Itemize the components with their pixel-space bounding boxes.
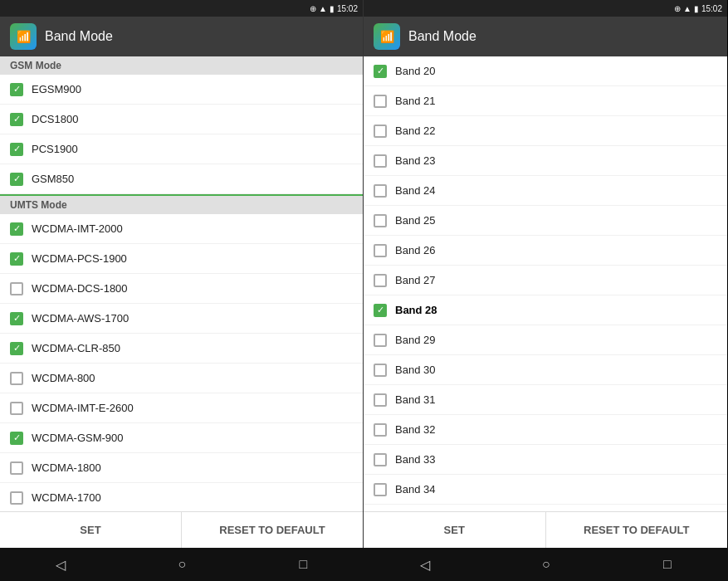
checkbox[interactable] xyxy=(374,423,387,437)
list-item[interactable]: Band 24 xyxy=(364,176,727,206)
checkbox[interactable] xyxy=(374,483,387,496)
checkbox[interactable] xyxy=(10,491,23,505)
list-item[interactable]: Band 22 xyxy=(364,116,727,146)
list-item[interactable]: Band 26 xyxy=(364,236,727,266)
item-label: WCDMA-PCS-1900 xyxy=(32,252,127,265)
checkbox[interactable] xyxy=(374,244,387,257)
checkbox[interactable] xyxy=(10,113,23,126)
checkbox[interactable] xyxy=(10,402,23,415)
checkbox[interactable] xyxy=(374,65,387,78)
wifi-icon: ▲ xyxy=(319,4,327,13)
checkbox[interactable] xyxy=(10,222,23,236)
list-item[interactable]: DCS1800 xyxy=(0,105,363,134)
checkbox[interactable] xyxy=(10,83,23,96)
checkbox[interactable] xyxy=(10,143,23,156)
list-item[interactable]: WCDMA-1800 xyxy=(0,453,363,483)
checkbox[interactable] xyxy=(10,173,23,186)
item-label: WCDMA-AWS-1700 xyxy=(32,312,129,325)
checkbox[interactable] xyxy=(374,304,387,317)
checkbox[interactable] xyxy=(10,372,23,385)
reset-button-right[interactable]: Reset to default xyxy=(546,512,728,548)
checkbox[interactable] xyxy=(374,124,387,138)
item-label: WCDMA-CLR-850 xyxy=(32,342,120,354)
list-item[interactable]: WCDMA-800 xyxy=(0,364,363,393)
checkbox[interactable] xyxy=(374,334,387,347)
item-label: WCDMA-IMT-2000 xyxy=(32,222,123,235)
status-bar-right: ⊕ ▲ ▮ 15:02 xyxy=(364,0,727,17)
checkbox[interactable] xyxy=(374,154,387,168)
set-button-left[interactable]: SET xyxy=(0,512,182,548)
title-bar-right: 📶 Band Mode xyxy=(364,17,727,56)
checkbox[interactable] xyxy=(10,432,23,445)
bottom-bar-left: SET Reset to default xyxy=(0,511,363,548)
back-button-right[interactable]: ◁ xyxy=(400,557,450,573)
section-header-1: UMTS Mode xyxy=(0,196,363,214)
list-item[interactable]: WCDMA-IMT-E-2600 xyxy=(0,393,363,423)
list-item[interactable]: PCS1900 xyxy=(0,134,363,164)
home-button-right[interactable]: ○ xyxy=(521,557,571,573)
list-item[interactable]: WCDMA-PCS-1900 xyxy=(0,244,363,274)
item-label: WCDMA-800 xyxy=(32,372,95,384)
checkbox[interactable] xyxy=(374,95,387,108)
recent-button-right[interactable]: □ xyxy=(642,557,692,573)
time-right: 15:02 xyxy=(701,4,722,13)
list-item[interactable]: Band 33 xyxy=(364,445,727,475)
list-item[interactable]: Band 32 xyxy=(364,415,727,445)
list-item[interactable]: Band 23 xyxy=(364,146,727,176)
list-item[interactable]: Band 35 xyxy=(364,505,727,511)
list-item[interactable]: Band 21 xyxy=(364,86,727,116)
list-item[interactable]: WCDMA-GSM-900 xyxy=(0,423,363,453)
item-label: Band 20 xyxy=(395,65,435,77)
title-bar-left: 📶 Band Mode xyxy=(0,17,363,56)
item-label: Band 28 xyxy=(395,304,437,316)
checkbox[interactable] xyxy=(10,282,23,295)
set-button-right[interactable]: SET xyxy=(364,512,546,548)
battery-icon: ▮ xyxy=(330,4,335,13)
item-label: Band 26 xyxy=(395,244,435,256)
status-icons-right: ⊕ ▲ ▮ 15:02 xyxy=(674,4,722,13)
back-button-left[interactable]: ◁ xyxy=(36,557,86,573)
item-label: WCDMA-1800 xyxy=(32,461,101,474)
list-item[interactable]: WCDMA-AWS-1700 xyxy=(0,304,363,334)
list-item[interactable]: Band 30 xyxy=(364,355,727,385)
list-item[interactable]: WCDMA-1700 xyxy=(0,483,363,511)
reset-button-left[interactable]: Reset to default xyxy=(182,512,363,548)
nav-bar: ◁ ○ □ ◁ ○ □ xyxy=(0,548,728,581)
list-item[interactable]: WCDMA-IMT-2000 xyxy=(0,214,363,244)
list-item[interactable]: WCDMA-DCS-1800 xyxy=(0,274,363,304)
checkbox[interactable] xyxy=(374,274,387,287)
home-button-left[interactable]: ○ xyxy=(157,557,207,573)
list-item[interactable]: GSM850 xyxy=(0,164,363,194)
checkbox[interactable] xyxy=(10,342,23,355)
list-item[interactable]: Band 28 xyxy=(364,295,727,325)
item-label: EGSM900 xyxy=(32,83,81,95)
item-label: Band 29 xyxy=(395,334,435,346)
item-label: WCDMA-GSM-900 xyxy=(32,432,124,444)
signal-icon-right: ⊕ xyxy=(674,4,681,13)
item-label: Band 25 xyxy=(395,214,435,227)
item-label: WCDMA-DCS-1800 xyxy=(32,282,128,295)
list-item[interactable]: Band 20 xyxy=(364,56,727,86)
checkbox[interactable] xyxy=(10,461,23,475)
signal-icon: ⊕ xyxy=(310,4,316,13)
checkbox[interactable] xyxy=(374,393,387,407)
checkbox[interactable] xyxy=(374,214,387,227)
checkbox[interactable] xyxy=(10,312,23,325)
left-content: GSM ModeEGSM900DCS1800PCS1900GSM850UMTS … xyxy=(0,56,363,511)
list-item[interactable]: Band 27 xyxy=(364,266,727,295)
list-item[interactable]: Band 25 xyxy=(364,206,727,236)
recent-button-left[interactable]: □ xyxy=(278,557,328,573)
list-item[interactable]: Band 29 xyxy=(364,325,727,355)
checkbox[interactable] xyxy=(374,364,387,377)
list-item[interactable]: Band 34 xyxy=(364,475,727,505)
item-label: Band 32 xyxy=(395,423,435,436)
item-label: GSM850 xyxy=(32,173,74,185)
checkbox[interactable] xyxy=(374,453,387,466)
list-item[interactable]: EGSM900 xyxy=(0,75,363,105)
list-item[interactable]: WCDMA-CLR-850 xyxy=(0,334,363,364)
checkbox[interactable] xyxy=(10,252,23,266)
battery-icon-right: ▮ xyxy=(694,4,699,13)
list-item[interactable]: Band 31 xyxy=(364,385,727,415)
checkbox[interactable] xyxy=(374,184,387,198)
time-left: 15:02 xyxy=(337,4,358,13)
